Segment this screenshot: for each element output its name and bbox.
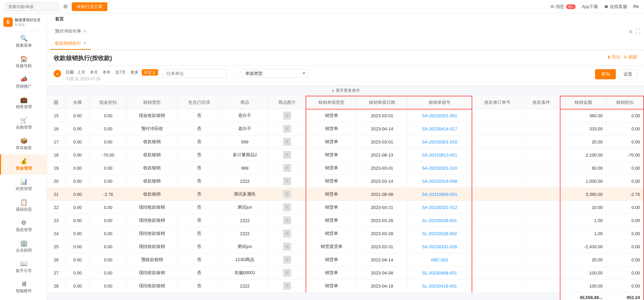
tab-prepay[interactable]: 预付冲应付单✕ — [50, 26, 91, 38]
sidebar-item-inventory[interactable]: 📦 库存核算 — [0, 134, 47, 154]
bill-no-link[interactable]: SA-20230301-010 — [422, 139, 458, 144]
cell-write-off-type: 收款核销 — [127, 162, 177, 175]
app-download-link[interactable]: App下载 — [582, 4, 598, 10]
footer-wo-discount: 952.24 — [606, 293, 644, 300]
expand-icon[interactable]: ⛶ — [635, 29, 641, 35]
sidebar-item-guide[interactable]: 📖 新手引导 — [0, 257, 47, 277]
tab-receivable[interactable]: 收款核销执行✕ — [50, 38, 91, 50]
tab-close-receivable[interactable]: ✕ — [83, 41, 86, 46]
sidebar-item-search[interactable]: 🔍 搜索菜单 — [0, 31, 47, 52]
online-service-link[interactable]: ☎ 在线客服 — [604, 4, 627, 10]
close-window-icon[interactable]: ✕ — [628, 29, 633, 35]
cell-goods: 测试多属性 — [221, 188, 269, 201]
last-7days-btn[interactable]: 近7天 — [114, 69, 127, 76]
table-row: 15 0.00 0.00 现金收款核销 否 老白干 图 销货单 2023-03-… — [47, 109, 644, 122]
table-area[interactable]: ⚙ 余额 现金折扣 核销类型 包含已结清 商品 商品图片 核销单据类型 核销单据… — [47, 96, 644, 300]
filter-expand-button[interactable]: » — [54, 70, 61, 77]
message-badge: 99+ — [566, 4, 576, 9]
cell-wo-amount: 100.00 — [560, 266, 606, 280]
bill-no-link[interactable]: ABC-001 — [431, 257, 448, 262]
sidebar-item-finance[interactable]: 💰 资金管理 — [0, 154, 47, 175]
inventory-icon: 📦 — [20, 137, 28, 144]
bill-no-link[interactable]: SA-20210813-001 — [422, 153, 458, 158]
sidebar-item-quick-nav[interactable]: 🏠 快捷导航 — [0, 52, 47, 72]
cell-write-off-type: 预收款核销 — [127, 253, 177, 266]
solution-button[interactable]: 休验行业方案 — [72, 2, 107, 11]
cell-write-off-type: 预付冲应收 — [127, 122, 177, 135]
cell-wo-bill-type: 销货单 — [306, 266, 357, 280]
tab-close-prepay[interactable]: ✕ — [83, 29, 86, 34]
cell-wo-bill-date: 2022-04-14 — [357, 253, 407, 266]
hardware-icon: 🖥 — [21, 281, 27, 288]
query-button[interactable]: 查询 — [595, 69, 616, 79]
sidebar-item-system[interactable]: ⚙ 系统管理 — [0, 216, 47, 236]
sidebar-item-operations[interactable]: 📊 经营管理 — [0, 175, 47, 195]
this-year-btn[interactable]: 本年 — [101, 69, 112, 76]
sidebar-item-wechat[interactable]: 💬 企业微信 — [0, 297, 47, 300]
cell-receipt-order-no — [472, 280, 523, 293]
bill-no-link[interactable]: SA-20230331-026 — [422, 244, 458, 249]
cell-remainder: 0.00 — [65, 109, 89, 122]
bill-type-select[interactable]: 单据类型 — [241, 69, 309, 78]
cell-cash-discount: 0.00 — [90, 162, 127, 175]
main-content: 首页预付冲应付单✕收款核销执行✕ ✕ ⛶ 收款核销执行(按收款) ⬆ 导出 ↻ … — [47, 13, 644, 300]
export-button[interactable]: ⬆ 导出 — [607, 54, 621, 60]
cell-wo-bill-date: 2023-04-08 — [357, 266, 407, 280]
sidebar-item-corp[interactable]: 🏢 企业协同 — [0, 236, 47, 257]
filter-settings-button[interactable]: 设置 — [619, 69, 637, 79]
bill-no-link[interactable]: SL-20230328-001 — [422, 218, 457, 223]
cell-receipt-order-no — [472, 109, 523, 122]
cell-remainder: 0.00 — [65, 135, 89, 148]
cell-receipt-order-no — [472, 201, 523, 214]
cell-receipt-order-no — [472, 253, 523, 266]
custom-date-btn[interactable]: 自定义 — [142, 69, 158, 76]
th-wo-bill-no: 核销单据号 — [407, 96, 472, 109]
th-included-settled: 包含已结清 — [177, 96, 221, 109]
cell-wo-discount: 0.00 — [606, 227, 644, 240]
gear-icon[interactable]: ⚙ — [53, 99, 59, 106]
sidebar-item-marketing[interactable]: 📣 营销推广 — [0, 72, 47, 93]
cell-goods-image: 图 — [269, 240, 306, 253]
filter-date-options: 日期 上月 本月 本年 近7天 更多 自定义 — [66, 69, 158, 76]
sidebar-item-basic[interactable]: 📋 基础信息 — [0, 195, 47, 216]
sidebar-item-label: 系统管理 — [16, 227, 32, 233]
tab-home[interactable]: 首页 — [50, 13, 91, 26]
th-gear[interactable]: ⚙ — [47, 96, 65, 109]
cell-wo-discount: -2.76 — [606, 188, 644, 201]
table-row: 20 0.00 0.00 收款核销 否 2222 图 销货单 2023-03-1… — [47, 175, 644, 188]
this-month-btn[interactable]: 本月 — [89, 69, 99, 76]
refresh-button[interactable]: ↻ 刷新 — [624, 54, 637, 60]
counterparty-input[interactable] — [163, 69, 226, 78]
more-date-btn[interactable]: 更多 — [129, 69, 140, 76]
sidebar: 6 畅捷通谱好生意 标准版 🔍 搜索菜单 🏠 快捷导航 📣 营销推广 💼 销售管… — [0, 13, 47, 300]
table-body: 15 0.00 0.00 现金收款核销 否 老白干 图 销货单 2023-03-… — [47, 109, 644, 293]
bill-no-link[interactable]: SA-20230321-012 — [422, 205, 458, 210]
message-label[interactable]: ✉ 消息 99+ — [550, 4, 576, 10]
cell-wo-discount: 0.00 — [606, 122, 644, 135]
expand-more-button[interactable]: ∨ 展开更多条件 — [331, 88, 360, 93]
last-month-btn[interactable]: 上月 — [76, 69, 87, 76]
bill-no-link[interactable]: SA-20230414-017 — [422, 126, 458, 131]
search-input[interactable] — [5, 2, 59, 11]
bill-no-link[interactable]: SA-20230301-001 — [422, 113, 458, 118]
bill-no-link[interactable]: SA-20230314-008 — [422, 179, 458, 184]
bill-no-link[interactable]: SL-20230408-001 — [422, 270, 457, 275]
settings-icon[interactable]: ⚙ — [63, 3, 68, 10]
table-row: 16 0.00 0.00 预付冲应收 否 老白干 图 销货单 2023-04-1… — [47, 122, 644, 135]
cell-wo-bill-no: SL-20230328-002 — [407, 227, 472, 240]
cell-receipt-condition — [523, 148, 560, 162]
cell-receipt-order-no — [472, 266, 523, 280]
bill-no-link[interactable]: SL-20230418-001 — [422, 284, 457, 289]
cell-wo-bill-no: SA-20230301-010 — [407, 135, 472, 148]
bill-no-link[interactable]: SL-20230328-002 — [422, 231, 457, 236]
table-header: ⚙ 余额 现金折扣 核销类型 包含已结清 商品 商品图片 核销单据类型 核销单据… — [47, 96, 644, 109]
bill-no-link[interactable]: SA-20230301-010 — [422, 166, 458, 171]
cell-wo-bill-type: 销货单 — [306, 122, 357, 135]
bill-no-link[interactable]: SA-20210808-001 — [422, 192, 458, 197]
sidebar-item-purchase[interactable]: 🛒 采购管理 — [0, 113, 47, 134]
sidebar-item-sales[interactable]: 💼 销售管理 — [0, 93, 47, 113]
cell-remainder: 0.00 — [65, 148, 89, 162]
cell-remainder: 0.00 — [65, 175, 89, 188]
corp-icon: 🏢 — [20, 240, 28, 247]
sidebar-item-hardware[interactable]: 🖥 智能硬件 — [0, 277, 47, 297]
